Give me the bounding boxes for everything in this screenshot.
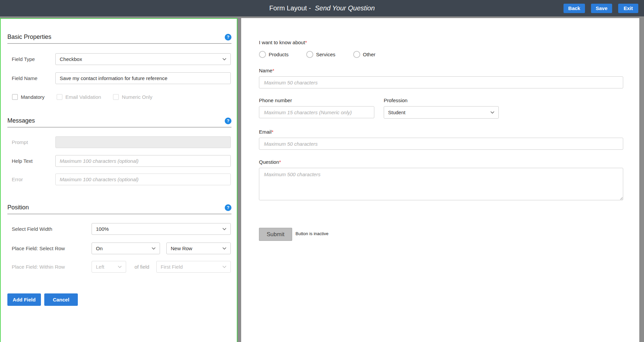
field-width-row: Select Field Width 100% xyxy=(12,223,231,235)
select-row-row: Place Field: Select Row On New Row xyxy=(12,243,231,254)
field-editor-panel: Basic Properties ? Field Type Checkbox F… xyxy=(0,18,237,342)
help-text-label: Help Text xyxy=(12,158,55,164)
radio-other[interactable] xyxy=(353,51,360,58)
page-title-form-name: Send Your Question xyxy=(315,4,375,12)
submit-button: Submit xyxy=(259,228,292,241)
chevron-down-icon xyxy=(222,247,226,250)
help-icon-position[interactable]: ? xyxy=(225,204,231,211)
section-divider xyxy=(7,214,231,214)
know-about-label-text: I want to know about xyxy=(259,40,305,45)
basic-properties-heading: Basic Properties xyxy=(7,33,51,41)
know-about-label: I want to know about* xyxy=(259,40,623,45)
error-row: Error xyxy=(12,174,231,185)
field-name-label: Field Name xyxy=(12,75,55,81)
question-label-text: Question xyxy=(259,159,279,165)
field-width-value: 100% xyxy=(96,226,109,232)
numeric-only-checkbox xyxy=(113,94,119,100)
know-about-radio-group: Products Services Other xyxy=(259,51,623,58)
email-input[interactable] xyxy=(259,138,623,150)
help-icon-messages[interactable]: ? xyxy=(225,118,231,124)
select-row-label: Place Field: Select Row xyxy=(12,246,92,251)
required-asterisk: * xyxy=(272,68,274,73)
question-textarea[interactable] xyxy=(259,168,623,200)
within-row-side-select: Left xyxy=(92,261,126,273)
section-position-header: Position ? xyxy=(7,204,231,211)
profession-label: Profession xyxy=(384,97,499,103)
mandatory-checkbox[interactable] xyxy=(12,94,18,100)
profession-select[interactable]: Student xyxy=(384,106,499,119)
submit-inactive-note: Button is inactive xyxy=(296,231,328,236)
prompt-label: Prompt xyxy=(12,139,55,145)
required-asterisk: * xyxy=(272,129,274,135)
within-row-field-select: First Field xyxy=(156,261,231,273)
editor-actions: Add Field Cancel xyxy=(7,293,237,306)
name-input[interactable] xyxy=(259,76,623,88)
form-preview-panel: I want to know about* Products Services … xyxy=(241,18,639,342)
messages-heading: Messages xyxy=(7,117,35,124)
name-label-text: Name xyxy=(259,68,272,73)
select-row-target-value: New Row xyxy=(171,246,192,251)
topbar-actions: Back Save Exit xyxy=(564,0,638,16)
select-row-mode-select[interactable]: On xyxy=(92,243,160,254)
radio-services[interactable] xyxy=(306,51,313,58)
radio-products[interactable] xyxy=(259,51,266,58)
submit-row: Submit Button is inactive xyxy=(259,228,623,241)
radio-services-label: Services xyxy=(316,52,335,57)
help-text-row: Help Text xyxy=(12,155,231,167)
chevron-down-icon xyxy=(222,228,226,230)
required-asterisk: * xyxy=(305,40,307,45)
section-messages-header: Messages ? xyxy=(7,117,231,124)
email-validation-checkbox xyxy=(57,94,62,100)
cancel-button[interactable]: Cancel xyxy=(44,293,78,306)
mandatory-label: Mandatory xyxy=(21,94,45,100)
chevron-down-icon xyxy=(490,111,494,114)
section-divider xyxy=(7,43,231,44)
field-width-label: Select Field Width xyxy=(12,226,92,232)
select-row-mode-value: On xyxy=(96,246,103,251)
exit-button[interactable]: Exit xyxy=(618,4,638,13)
required-asterisk: * xyxy=(279,159,281,165)
phone-profession-row: Phone number Profession Student xyxy=(259,97,623,119)
prompt-row: Prompt xyxy=(12,136,231,148)
email-label: Email* xyxy=(259,129,623,135)
chevron-down-icon xyxy=(118,266,122,268)
within-row-row: Place Field: Within Row Left of field Fi… xyxy=(12,261,231,273)
help-text-input[interactable] xyxy=(55,155,231,167)
back-button[interactable]: Back xyxy=(564,4,585,13)
prompt-input xyxy=(55,136,231,148)
field-name-input[interactable] xyxy=(55,72,231,84)
add-field-button[interactable]: Add Field xyxy=(7,293,41,306)
chevron-down-icon xyxy=(222,266,226,268)
field-type-label: Field Type xyxy=(12,56,55,62)
field-type-value: Checkbox xyxy=(60,56,82,62)
name-label: Name* xyxy=(259,68,623,73)
top-bar: Form Layout - Send Your Question Back Sa… xyxy=(0,0,644,16)
radio-products-label: Products xyxy=(269,52,288,57)
field-width-select[interactable]: 100% xyxy=(92,223,231,235)
field-type-row: Field Type Checkbox xyxy=(12,53,231,65)
save-button[interactable]: Save xyxy=(591,4,612,13)
question-label: Question* xyxy=(259,159,623,165)
page-title: Form Layout - Send Your Question xyxy=(269,4,375,12)
help-icon-basic-properties[interactable]: ? xyxy=(225,34,231,41)
phone-label: Phone number xyxy=(259,97,374,103)
of-field-text: of field xyxy=(135,264,149,270)
chevron-down-icon xyxy=(152,247,156,250)
error-label: Error xyxy=(12,177,55,182)
field-type-select[interactable]: Checkbox xyxy=(55,53,231,65)
position-heading: Position xyxy=(7,204,29,211)
within-row-side-value: Left xyxy=(96,264,104,270)
within-row-field-value: First Field xyxy=(161,264,183,270)
email-validation-label: Email Validation xyxy=(65,94,101,100)
within-row-label: Place Field: Within Row xyxy=(12,264,92,270)
page-title-prefix: Form Layout - xyxy=(269,4,311,12)
numeric-only-label: Numeric Only xyxy=(122,94,152,100)
profession-value: Student xyxy=(388,110,406,115)
phone-input[interactable] xyxy=(259,106,374,118)
section-divider xyxy=(7,127,231,128)
select-row-target-select[interactable]: New Row xyxy=(166,243,231,254)
field-options-row: Mandatory Email Validation Numeric Only xyxy=(12,94,231,100)
radio-other-label: Other xyxy=(363,52,376,57)
email-label-text: Email xyxy=(259,129,272,135)
field-name-row: Field Name xyxy=(12,72,231,84)
